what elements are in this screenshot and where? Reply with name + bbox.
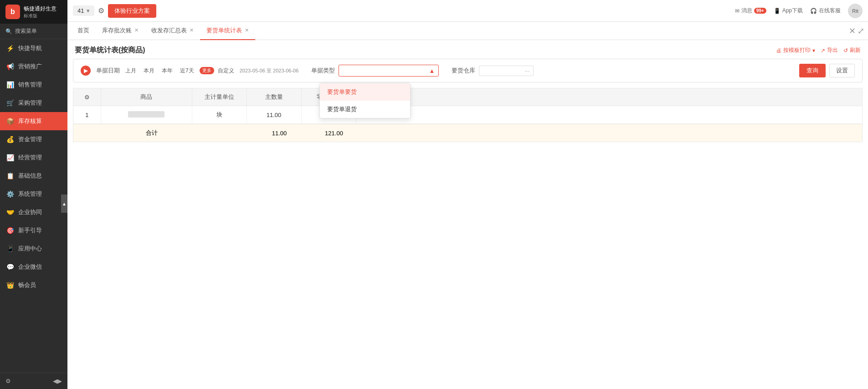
warehouse-filter-group: 要货仓库 ··· [452, 66, 534, 76]
export-action[interactable]: ↗ 导出 [821, 46, 838, 54]
tab-close-all[interactable]: ✕ [849, 26, 856, 36]
filter-expand-btn[interactable]: ▶ [81, 66, 91, 76]
page-actions: 🖨 按模板打印 ▾ ↗ 导出 ↺ 刷新 [776, 46, 861, 54]
date-more-badge[interactable]: 更多 [200, 67, 214, 74]
system-icon: ⚙️ [5, 190, 15, 198]
sidebar-item-quick-nav[interactable]: ⚡ 快捷导航 [0, 39, 67, 57]
export-icon: ↗ [821, 47, 825, 54]
sidebar-item-members[interactable]: 👑 畅会员 [0, 276, 67, 294]
user-avatar[interactable]: Rit [848, 4, 863, 18]
filter-bar: ▶ 单据日期 上月 本月 本年 近7天 更多 自定义 2023-05-06 至 … [73, 59, 863, 82]
col-header-settings[interactable]: ⚙ [73, 88, 101, 106]
sidebar-item-sales[interactable]: 📊 销售管理 [0, 76, 67, 94]
type-dropdown-trigger[interactable]: ▲ [339, 65, 439, 77]
col-header-product: 商品 [101, 88, 192, 106]
query-btn[interactable]: 查询 [799, 64, 826, 77]
guide-icon: 🎯 [5, 227, 15, 234]
purchase-icon: 🛒 [5, 99, 15, 107]
topbar-right: ✉ 消息 99+ 📱 App下载 🎧 在线客服 Rit [735, 4, 863, 18]
data-table: ⚙ 商品 主计量单位 主数量 零售金额 [73, 88, 862, 124]
sidebar-collapse-top[interactable]: ▲ [61, 194, 67, 213]
tabs-bar: 首页 库存批次账 ✕ 收发存汇总表 ✕ 要货单统计表 ✕ ✕ ⤢ [67, 22, 868, 40]
sidebar-item-inventory[interactable]: 📦 库存核算 [0, 112, 67, 130]
app-download-btn[interactable]: 📱 App下载 [774, 7, 803, 15]
base-info-icon: 📋 [5, 172, 15, 179]
dropdown-item-order-return[interactable]: 要货单退货 [320, 101, 410, 118]
sales-icon: 📊 [5, 81, 15, 88]
messages-btn[interactable]: ✉ 消息 99+ [735, 7, 766, 15]
sidebar: b 畅捷通好生意 标准版 🔍 搜索菜单 ▲ ⚡ 快捷导航 📢 营销推广 📊 销售… [0, 0, 67, 389]
col-header-extra [356, 88, 862, 106]
date-custom[interactable]: 自定义 [218, 67, 234, 75]
type-label: 单据类型 [311, 67, 335, 75]
inventory-icon: 📦 [5, 118, 15, 125]
page-header: 要货单统计表(按商品) 🖨 按模板打印 ▾ ↗ 导出 ↺ 刷新 [67, 40, 868, 59]
sidebar-item-marketing[interactable]: 📢 营销推广 [0, 57, 67, 76]
app-logo-text: 畅捷通好生意 标准版 [24, 5, 56, 19]
wechat-biz-icon: 💬 [5, 263, 15, 271]
marketing-icon: 📢 [5, 63, 15, 70]
page-title: 要货单统计表(按商品) [75, 46, 145, 55]
tab-close-inventory-batch[interactable]: ✕ [134, 27, 139, 33]
type-filter-group: 单据类型 ▲ [311, 65, 439, 77]
sidebar-toggle-icon[interactable]: ◀▶ [53, 378, 62, 384]
sidebar-item-purchase[interactable]: 🛒 采购管理 [0, 94, 67, 112]
footer-label: 合计 [106, 129, 197, 137]
app-download-icon: 📱 [774, 8, 781, 14]
online-service-btn[interactable]: 🎧 在线客服 [810, 7, 841, 15]
main-area: 41 ▾ ⚙ 体验行业方案 ✉ 消息 99+ 📱 App下载 🎧 在线客服 Ri… [67, 0, 868, 389]
tab-close-order-summary[interactable]: ✕ [245, 27, 249, 33]
finance-icon: 💰 [5, 136, 15, 143]
print-action[interactable]: 🖨 按模板打印 ▾ [776, 46, 815, 54]
type-selected-value [343, 67, 349, 75]
sidebar-nav: ⚡ 快捷导航 📢 营销推广 📊 销售管理 🛒 采购管理 📦 库存核算 💰 资金管… [0, 39, 67, 373]
date-this-year[interactable]: 本年 [160, 66, 175, 76]
tab-close-receivable-summary[interactable]: ✕ [190, 27, 194, 33]
date-last-7days[interactable]: 近7天 [178, 66, 196, 76]
product-placeholder [128, 111, 164, 118]
service-icon: 🎧 [810, 8, 817, 14]
sidebar-item-app-center[interactable]: 📱 应用中心 [0, 240, 67, 258]
sidebar-item-system[interactable]: ⚙️ 系统管理 [0, 185, 67, 203]
warehouse-dropdown-trigger[interactable]: ··· [479, 66, 534, 76]
sidebar-item-finance[interactable]: 💰 资金管理 [0, 130, 67, 148]
sidebar-item-wechat-biz[interactable]: 💬 企业微信 [0, 258, 67, 276]
topbar-left: 41 ▾ ⚙ 体验行业方案 [73, 4, 735, 18]
sidebar-item-guide[interactable]: 🎯 新手引导 [0, 221, 67, 240]
tab-order-summary[interactable]: 要货单统计表 ✕ [200, 22, 255, 40]
topbar-settings-icon[interactable]: ⚙ [98, 6, 104, 15]
message-badge: 99+ [754, 8, 766, 14]
dropdown-item-order-goods[interactable]: 要货单要货 [320, 83, 410, 101]
tab-maximize[interactable]: ⤢ [858, 26, 864, 36]
sidebar-item-base-info[interactable]: 📋 基础信息 [0, 167, 67, 185]
type-chevron-icon: ▲ [429, 67, 435, 74]
date-this-month[interactable]: 本月 [142, 66, 156, 76]
tab-receivable-summary[interactable]: 收发存汇总表 ✕ [145, 22, 200, 40]
col-header-unit: 主计量单位 [192, 88, 247, 106]
settings-btn[interactable]: 设置 [829, 64, 855, 77]
footer-amount: 121.00 [307, 130, 361, 137]
message-icon: ✉ [735, 8, 740, 14]
trial-btn[interactable]: 体验行业方案 [108, 4, 156, 18]
workspace-chevron-icon: ▾ [87, 7, 90, 14]
sidebar-item-operations[interactable]: 📈 经营管理 [0, 148, 67, 167]
date-range: 2023-05-06 至 2023-06-06 [240, 67, 299, 74]
tab-home[interactable]: 首页 [71, 22, 96, 40]
filter-actions: 查询 设置 [799, 64, 855, 77]
date-label: 单据日期 [96, 67, 120, 75]
sidebar-search[interactable]: 🔍 搜索菜单 [0, 24, 67, 39]
sidebar-logo: b 畅捷通好生意 标准版 [0, 0, 67, 24]
tabs-right: ✕ ⤢ [849, 26, 864, 36]
tab-inventory-batch[interactable]: 库存批次账 ✕ [96, 22, 145, 40]
page-content: 要货单统计表(按商品) 🖨 按模板打印 ▾ ↗ 导出 ↺ 刷新 ▶ [67, 40, 868, 389]
table-footer: 合计 11.00 121.00 [73, 124, 863, 142]
row-unit: 块 [192, 106, 247, 124]
refresh-action[interactable]: ↺ 刷新 [843, 46, 861, 54]
sidebar-bottom: ⚙ ◀▶ [0, 373, 67, 389]
type-dropdown: 要货单要货 要货单退货 [319, 83, 411, 118]
date-prev-month[interactable]: 上月 [123, 66, 138, 76]
col-settings-icon: ⚙ [84, 94, 90, 101]
sidebar-settings-icon[interactable]: ⚙ [5, 378, 11, 384]
workspace-selector[interactable]: 41 ▾ [73, 5, 94, 16]
sidebar-item-enterprise[interactable]: 🤝 企业协同 [0, 203, 67, 221]
